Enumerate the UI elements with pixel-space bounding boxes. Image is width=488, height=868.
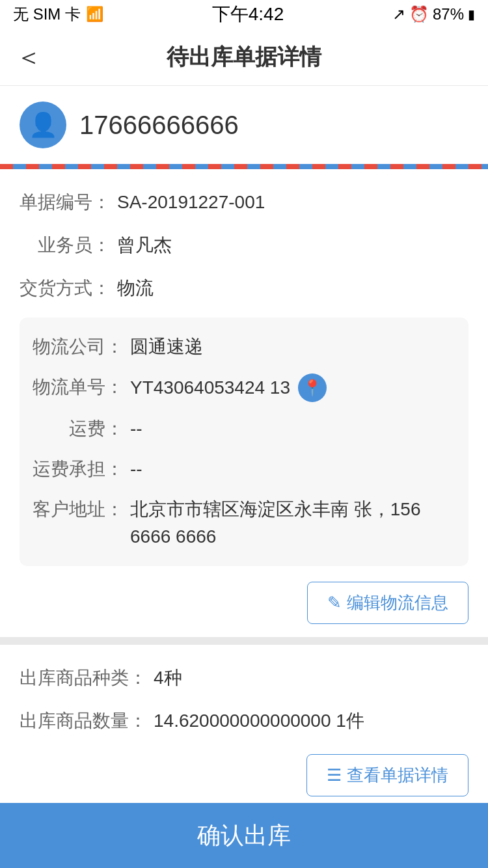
delivery-method-value: 物流 bbox=[117, 275, 468, 302]
address-value: 北京市市辖区海淀区永丰南 张，156 6666 6666 bbox=[130, 496, 455, 550]
logistics-company-value: 圆通速递 bbox=[130, 333, 455, 360]
main-content: 👤 17666666666 单据编号： SA-20191227-001 业务员：… bbox=[0, 86, 488, 868]
view-detail-container: ☰ 查看单据详情 bbox=[20, 754, 468, 796]
goods-quantity-label: 出库商品数量： bbox=[20, 707, 154, 735]
back-button[interactable]: ＜ bbox=[16, 39, 42, 75]
order-no-value: SA-20191227-001 bbox=[117, 189, 468, 216]
freight-bearer-row: 运费承担： -- bbox=[33, 455, 455, 483]
status-left: 无 SIM 卡 📶 bbox=[13, 4, 103, 25]
dashed-divider bbox=[0, 164, 488, 169]
edit-logistics-button[interactable]: ✎ 编辑物流信息 bbox=[307, 582, 468, 624]
avatar: 👤 bbox=[20, 102, 66, 148]
customer-header: 👤 17666666666 bbox=[0, 86, 488, 164]
alarm-icon: ⏰ bbox=[409, 5, 429, 23]
status-bar: 无 SIM 卡 📶 下午4:42 ↗ ⏰ 87% ▮ bbox=[0, 0, 488, 29]
goods-types-label: 出库商品种类： bbox=[20, 664, 154, 692]
confirm-bar[interactable]: 确认出库 bbox=[0, 803, 488, 868]
order-info-section: 单据编号： SA-20191227-001 业务员： 曾凡杰 交货方式： 物流 … bbox=[0, 169, 488, 637]
freight-value: -- bbox=[130, 415, 455, 442]
tracking-no-container: YT43064053424 13 📍 bbox=[130, 373, 455, 402]
nav-bar: ＜ 待出库单据详情 bbox=[0, 29, 488, 86]
avatar-icon: 👤 bbox=[29, 111, 58, 139]
delivery-method-row: 交货方式： 物流 bbox=[20, 275, 468, 302]
address-label: 客户地址： bbox=[33, 496, 130, 523]
battery-icon: ▮ bbox=[468, 7, 475, 22]
goods-section: 出库商品种类： 4种 出库商品数量： 14.620000000000000 1件… bbox=[0, 645, 488, 816]
goods-quantity-row: 出库商品数量： 14.620000000000000 1件 bbox=[20, 707, 468, 735]
delivery-method-label: 交货方式： bbox=[20, 275, 117, 302]
logistics-card: 物流公司： 圆通速递 物流单号： YT43064053424 13 📍 运费： … bbox=[20, 318, 468, 566]
edit-icon: ✎ bbox=[327, 593, 342, 613]
goods-types-row: 出库商品种类： 4种 bbox=[20, 664, 468, 692]
battery-text: 87% bbox=[433, 5, 464, 23]
sales-person-label: 业务员： bbox=[20, 232, 117, 259]
confirm-button-text: 确认出库 bbox=[197, 820, 291, 852]
order-no-label: 单据编号： bbox=[20, 189, 117, 216]
goods-quantity-value: 14.620000000000000 1件 bbox=[154, 707, 468, 735]
freight-bearer-label: 运费承担： bbox=[33, 455, 130, 483]
tracking-no-value: YT43064053424 13 bbox=[130, 374, 290, 401]
status-time: 下午4:42 bbox=[212, 2, 284, 27]
order-no-row: 单据编号： SA-20191227-001 bbox=[20, 189, 468, 216]
detail-icon: ☰ bbox=[327, 765, 342, 785]
location-status-icon: ↗ bbox=[392, 5, 405, 23]
tracking-location-icon[interactable]: 📍 bbox=[298, 373, 327, 402]
logistics-company-label: 物流公司： bbox=[33, 333, 130, 360]
view-detail-button[interactable]: ☰ 查看单据详情 bbox=[306, 754, 468, 796]
sales-person-value: 曾凡杰 bbox=[117, 232, 468, 259]
wifi-icon: 📶 bbox=[86, 6, 103, 23]
goods-types-value: 4种 bbox=[154, 664, 468, 692]
view-detail-label: 查看单据详情 bbox=[347, 764, 448, 787]
address-row: 客户地址： 北京市市辖区海淀区永丰南 张，156 6666 6666 bbox=[33, 496, 455, 550]
page-title: 待出库单据详情 bbox=[167, 42, 321, 72]
carrier-text: 无 SIM 卡 bbox=[13, 4, 81, 25]
freight-bearer-value: -- bbox=[130, 455, 455, 483]
freight-row: 运费： -- bbox=[33, 415, 455, 442]
freight-label: 运费： bbox=[33, 415, 130, 442]
tracking-no-label: 物流单号： bbox=[33, 373, 130, 401]
status-right: ↗ ⏰ 87% ▮ bbox=[392, 5, 475, 23]
edit-logistics-label: 编辑物流信息 bbox=[347, 591, 448, 614]
section-divider bbox=[0, 637, 488, 645]
tracking-no-row: 物流单号： YT43064053424 13 📍 bbox=[33, 373, 455, 402]
edit-logistics-container: ✎ 编辑物流信息 bbox=[20, 582, 468, 624]
sales-person-row: 业务员： 曾凡杰 bbox=[20, 232, 468, 259]
customer-phone: 17666666666 bbox=[79, 111, 239, 140]
logistics-company-row: 物流公司： 圆通速递 bbox=[33, 333, 455, 360]
